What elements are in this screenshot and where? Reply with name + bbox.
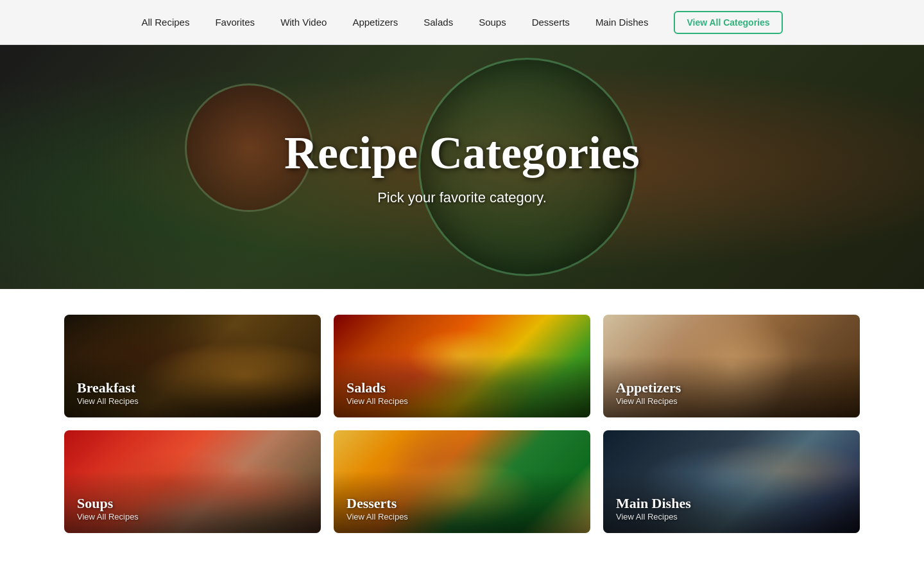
category-card-salads[interactable]: Salads View All Recipes — [334, 315, 590, 417]
category-card-soups[interactable]: Soups View All Recipes — [64, 430, 321, 533]
hero-text-block: Recipe Categories Pick your favorite cat… — [284, 128, 640, 206]
category-link-soups: View All Recipes — [77, 512, 139, 521]
hero-title: Recipe Categories — [284, 128, 640, 179]
category-name-soups: Soups — [77, 495, 139, 512]
category-text-salads: Salads View All Recipes — [346, 380, 408, 406]
category-text-breakfast: Breakfast View All Recipes — [77, 380, 139, 406]
category-link-salads: View All Recipes — [346, 396, 408, 406]
category-card-desserts[interactable]: Desserts View All Recipes — [334, 430, 590, 533]
category-name-desserts: Desserts — [346, 495, 408, 512]
category-link-appetizers: View All Recipes — [616, 396, 681, 406]
nav-appetizers[interactable]: Appetizers — [352, 17, 398, 28]
nav-all-recipes[interactable]: All Recipes — [141, 17, 189, 28]
categories-grid: Breakfast View All Recipes Salads View A… — [64, 315, 860, 533]
categories-section: Breakfast View All Recipes Salads View A… — [0, 289, 924, 559]
category-text-main-dishes: Main Dishes View All Recipes — [616, 495, 691, 521]
category-name-appetizers: Appetizers — [616, 380, 681, 396]
nav-main-dishes[interactable]: Main Dishes — [595, 17, 649, 28]
category-link-desserts: View All Recipes — [346, 512, 408, 521]
category-text-soups: Soups View All Recipes — [77, 495, 139, 521]
category-card-main-dishes[interactable]: Main Dishes View All Recipes — [603, 430, 860, 533]
category-name-breakfast: Breakfast — [77, 380, 139, 396]
category-card-breakfast[interactable]: Breakfast View All Recipes — [64, 315, 321, 417]
nav-favorites[interactable]: Favorites — [215, 17, 255, 28]
hero-subtitle: Pick your favorite category. — [284, 189, 640, 206]
main-nav: All Recipes Favorites With Video Appetiz… — [0, 0, 924, 45]
nav-with-video[interactable]: With Video — [280, 17, 327, 28]
category-text-appetizers: Appetizers View All Recipes — [616, 380, 681, 406]
category-name-salads: Salads — [346, 380, 408, 396]
category-card-appetizers[interactable]: Appetizers View All Recipes — [603, 315, 860, 417]
category-text-desserts: Desserts View All Recipes — [346, 495, 408, 521]
hero-section: Recipe Categories Pick your favorite cat… — [0, 45, 924, 289]
nav-salads[interactable]: Salads — [424, 17, 453, 28]
category-link-main-dishes: View All Recipes — [616, 512, 691, 521]
category-link-breakfast: View All Recipes — [77, 396, 139, 406]
nav-desserts[interactable]: Desserts — [532, 17, 570, 28]
category-name-main-dishes: Main Dishes — [616, 495, 691, 512]
nav-soups[interactable]: Soups — [479, 17, 506, 28]
view-all-categories-button[interactable]: View All Categories — [674, 11, 782, 34]
